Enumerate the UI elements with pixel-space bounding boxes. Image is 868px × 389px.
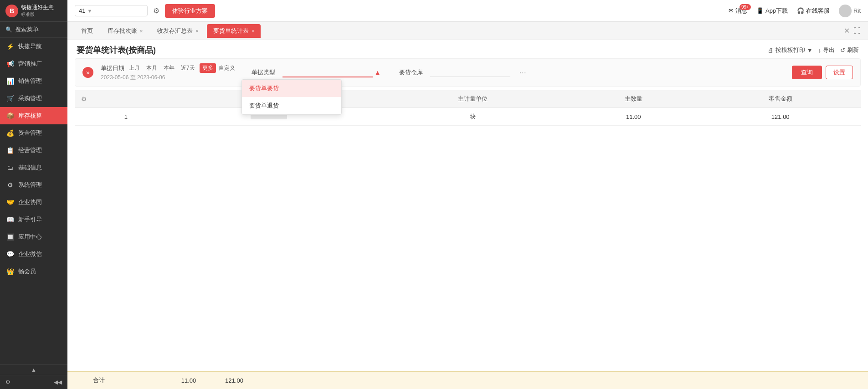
- sidebar-item-guide[interactable]: 📖 新手引导: [0, 211, 67, 228]
- phone-icon: 📱: [756, 7, 764, 14]
- store-selector[interactable]: 41 ▼: [75, 5, 148, 16]
- date-btn-this-year[interactable]: 本年: [162, 63, 176, 73]
- collapse-icon[interactable]: ◀◀: [54, 379, 62, 385]
- chevron-down-icon: ▼: [87, 8, 92, 14]
- row-quantity-cell: 11.00: [567, 108, 700, 126]
- sidebar-item-member[interactable]: 👑 畅会员: [0, 263, 67, 280]
- tab-recv-summary[interactable]: 收发存汇总表 ×: [151, 24, 205, 38]
- date-btn-custom[interactable]: 自定义: [219, 64, 235, 72]
- marketing-icon: 📢: [5, 60, 15, 67]
- footer-amount: 121.00: [211, 377, 257, 384]
- tab-order-summary-close[interactable]: ×: [252, 28, 254, 34]
- settings-icon[interactable]: ⚙: [5, 379, 10, 385]
- footer-quantity: 11.00: [166, 377, 211, 384]
- tab-recv-summary-close[interactable]: ×: [195, 28, 198, 34]
- topbar-gear-icon[interactable]: ⚙: [151, 5, 161, 17]
- sidebar-item-wechat[interactable]: 💬 企业微信: [0, 246, 67, 263]
- tab-expand-icon[interactable]: ⛶: [853, 27, 861, 35]
- finance-icon: 💰: [5, 129, 15, 137]
- filter-more-icon[interactable]: ···: [519, 68, 526, 77]
- sidebar-item-label: 快捷导航: [18, 42, 42, 51]
- sidebar-item-system[interactable]: ⚙ 系统管理: [0, 176, 67, 194]
- sidebar-item-quick-nav[interactable]: ⚡ 快捷导航: [0, 38, 67, 55]
- table-settings-icon[interactable]: ⚙: [81, 95, 87, 102]
- dropdown-item-order-return[interactable]: 要货单退货: [242, 97, 341, 114]
- date-label: 单据日期: [101, 64, 124, 72]
- page-actions: 🖨 按模板打印 ▼ ↓ 导出 ↺ 刷新: [768, 46, 859, 54]
- online-service-label: 在线客服: [806, 7, 830, 15]
- type-select-arrow-icon[interactable]: ▲: [373, 69, 383, 76]
- col-amount-header: 零售金额: [700, 90, 861, 108]
- system-icon: ⚙: [5, 181, 15, 189]
- scroll-up-icon[interactable]: ▲: [31, 367, 36, 373]
- sidebar-item-finance[interactable]: 💰 资金管理: [0, 124, 67, 142]
- row-unit-cell: 块: [379, 108, 567, 126]
- tab-recv-summary-label: 收发存汇总表: [157, 27, 193, 35]
- search-menu[interactable]: 🔍 搜索菜单: [0, 22, 67, 38]
- sidebar-item-marketing[interactable]: 📢 营销推广: [0, 55, 67, 72]
- messages-item[interactable]: ✉ 消息 99+: [729, 7, 747, 15]
- row-no-cell: 1: [93, 108, 159, 126]
- refresh-btn[interactable]: ↺ 刷新: [840, 46, 859, 54]
- enterprise-icon: 🤝: [5, 199, 15, 206]
- table-row: 1 块 11.00 121.00: [75, 108, 861, 126]
- sidebar-item-inventory[interactable]: 📦 库存核算: [0, 107, 67, 124]
- date-btn-7days[interactable]: 近7天: [179, 63, 197, 73]
- tab-order-summary[interactable]: 要货单统计表 ×: [207, 24, 261, 38]
- headset-icon: 🎧: [797, 7, 804, 14]
- page-header: 要货单统计表(按商品) 🖨 按模板打印 ▼ ↓ 导出 ↺ 刷新: [67, 40, 868, 58]
- sidebar-item-label: 资金管理: [18, 129, 42, 137]
- table-footer: 合计 11.00 121.00: [67, 371, 868, 389]
- tab-inventory-batch-label: 库存批次账: [108, 27, 137, 35]
- sidebar-bottom: ⚙ ◀◀: [0, 375, 67, 389]
- tab-home-label: 首页: [81, 27, 93, 35]
- col-settings: ⚙: [75, 90, 93, 108]
- sidebar-item-label: 系统管理: [18, 181, 42, 189]
- sidebar: B 畅捷通好生意 标准版 🔍 搜索菜单 ⚡ 快捷导航 📢 营销推广 📊 销售管理…: [0, 0, 67, 389]
- filter-date-group: 单据日期 上月 本月 本年 近7天 更多 自定义 2023-05-06 至 20…: [101, 63, 235, 82]
- basic-icon: 🗂: [5, 164, 15, 171]
- warehouse-input[interactable]: [430, 68, 510, 77]
- settings-button[interactable]: 设置: [826, 66, 853, 79]
- row-amount-cell: 121.00: [700, 108, 861, 126]
- quick-nav-icon: ⚡: [5, 43, 15, 50]
- online-service-item[interactable]: 🎧 在线客服: [797, 7, 830, 15]
- sidebar-item-operation[interactable]: 📋 经营管理: [0, 142, 67, 159]
- messages-badge: 99+: [740, 4, 751, 10]
- col-no-header: [93, 90, 159, 108]
- app-download-item[interactable]: 📱 App下载: [756, 7, 788, 15]
- guide-icon: 📖: [5, 216, 15, 223]
- sidebar-item-sales[interactable]: 📊 销售管理: [0, 72, 67, 90]
- warehouse-label: 要货仓库: [399, 68, 423, 77]
- member-icon: 👑: [5, 268, 15, 275]
- type-select-input[interactable]: [282, 68, 373, 77]
- print-btn[interactable]: 🖨 按模板打印 ▼: [768, 46, 813, 54]
- sidebar-item-purchase[interactable]: 🛒 采购管理: [0, 90, 67, 107]
- wechat-icon: 💬: [5, 251, 15, 258]
- date-quick-btns: 上月 本月 本年 近7天 更多 自定义: [127, 63, 235, 73]
- page-content: 要货单统计表(按商品) 🖨 按模板打印 ▼ ↓ 导出 ↺ 刷新: [67, 40, 868, 389]
- date-btn-this-month[interactable]: 本月: [144, 63, 159, 73]
- filter-type-select: ▲: [282, 68, 383, 77]
- date-btn-last-month[interactable]: 上月: [127, 63, 142, 73]
- sidebar-item-label: 畅会员: [18, 267, 36, 276]
- user-item[interactable]: Rit: [839, 5, 861, 17]
- sidebar-item-enterprise[interactable]: 🤝 企业协同: [0, 194, 67, 211]
- type-label: 单据类型: [252, 68, 275, 77]
- export-btn[interactable]: ↓ 导出: [818, 46, 835, 54]
- query-button[interactable]: 查询: [792, 66, 822, 79]
- footer-values: 11.00 121.00: [166, 377, 257, 384]
- trial-btn[interactable]: 体验行业方案: [165, 4, 215, 18]
- tab-window-close-icon[interactable]: ✕: [844, 26, 850, 35]
- date-btn-more[interactable]: 更多: [200, 63, 216, 73]
- print-label: 按模板打印: [776, 46, 805, 54]
- dropdown-item-order-purchase[interactable]: 要货单要货: [242, 80, 341, 97]
- topbar-left: 41 ▼ ⚙ 体验行业方案: [75, 4, 215, 18]
- tab-inventory-batch-close[interactable]: ×: [140, 28, 143, 34]
- tab-inventory-batch[interactable]: 库存批次账 ×: [101, 24, 149, 38]
- sidebar-item-basic[interactable]: 🗂 基础信息: [0, 159, 67, 176]
- type-dropdown: 要货单要货 要货单退货: [241, 79, 342, 115]
- filter-expand-btn[interactable]: »: [82, 67, 93, 78]
- tab-home[interactable]: 首页: [75, 24, 99, 38]
- sidebar-item-app-center[interactable]: 🔲 应用中心: [0, 228, 67, 246]
